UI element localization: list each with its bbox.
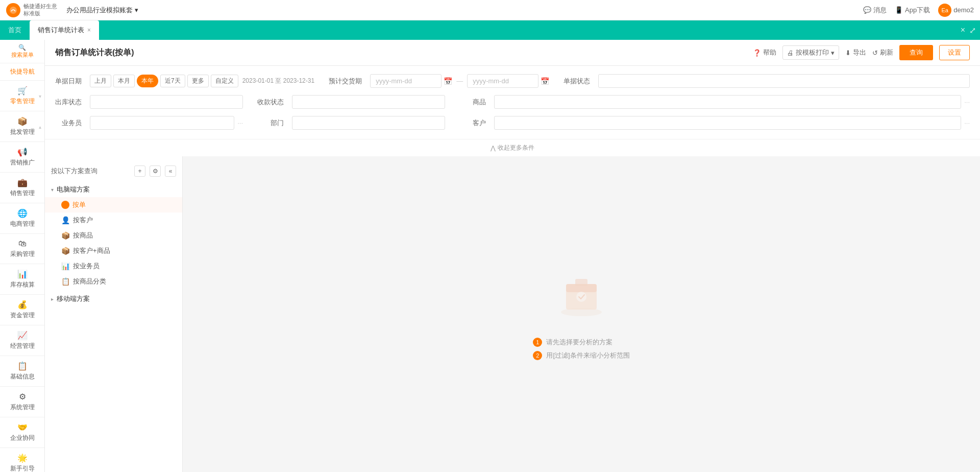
refresh-icon: ↺ <box>872 49 878 57</box>
date-btn-last-month[interactable]: 上月 <box>90 75 111 87</box>
status-select[interactable] <box>598 74 970 88</box>
settings-button[interactable]: 设置 <box>939 45 970 60</box>
header-left: 畅捷通好生意 标准版 办公用品行业模拟账套 ▾ <box>6 3 138 17</box>
scheme-collapse-button[interactable]: « <box>165 166 176 177</box>
salesperson-scheme-icon: 📊 <box>61 262 70 270</box>
sidebar-item-marketing[interactable]: 📢 营销推广 <box>0 142 44 173</box>
calendar-icon-1: 📅 <box>444 77 452 85</box>
refresh-button[interactable]: ↺ 刷新 <box>872 48 893 57</box>
forecast-date-to[interactable] <box>467 74 538 88</box>
scheme-item-by-cust-prod[interactable]: 📦 按客户+商品 <box>45 243 182 258</box>
scheme-group-mobile-header[interactable]: ▸ 移动端方案 <box>45 291 182 306</box>
date-btn-this-year[interactable]: 本年 <box>137 75 158 87</box>
date-btn-this-month[interactable]: 本月 <box>113 75 135 87</box>
customer-more-icon[interactable]: ··· <box>964 119 970 127</box>
help-button[interactable]: ❓ 帮助 <box>753 48 776 57</box>
svg-point-5 <box>576 292 586 302</box>
customer-input[interactable] <box>494 116 961 130</box>
sidebar-item-system[interactable]: ⚙ 系统管理 <box>0 387 44 417</box>
scheme-item-by-order[interactable]: 按单 <box>45 197 182 213</box>
app-selector[interactable]: 办公用品行业模拟账套 ▾ <box>66 6 138 15</box>
sidebar-quick-nav[interactable]: 快捷导航 <box>0 63 44 81</box>
sidebar-item-purchase[interactable]: 🛍 采购管理 <box>0 234 44 264</box>
status-control <box>598 74 970 88</box>
salesperson-input[interactable] <box>90 116 234 130</box>
customer-control: ··· <box>494 116 970 130</box>
tab-bar-actions: × ⤢ <box>961 26 976 35</box>
logo-icon <box>6 3 20 17</box>
sidebar-item-retail[interactable]: 🛒 零售管理 ▾ <box>0 81 44 111</box>
product-more-icon[interactable]: ··· <box>964 98 970 106</box>
product-scheme-icon: 📦 <box>61 231 70 240</box>
marketing-icon: 📢 <box>17 147 28 157</box>
status-label: 单据状态 <box>564 77 590 86</box>
date-label: 单据日期 <box>55 77 82 86</box>
app-download-button[interactable]: 📱 App下载 <box>895 6 930 15</box>
scheme-item-by-customer[interactable]: 👤 按客户 <box>45 213 182 228</box>
customer-scheme-icon: 👤 <box>61 216 70 224</box>
sidebar-item-coop[interactable]: 🤝 企业协同 <box>0 417 44 448</box>
filter-row-1: 单据日期 上月 本月 本年 近7天 更多 自定义 2023-01-01 至 20… <box>55 74 970 88</box>
payment-label: 收款状态 <box>257 98 284 107</box>
date-btn-custom[interactable]: 自定义 <box>211 75 238 87</box>
sidebar-item-basic[interactable]: 📋 基础信息 <box>0 356 44 387</box>
window-expand-icon[interactable]: ⤢ <box>969 26 976 35</box>
sidebar-item-newbie[interactable]: 🌟 新手引导 <box>0 448 44 472</box>
svg-point-0 <box>10 7 17 14</box>
print-button[interactable]: 🖨 按模板打印 ▾ <box>782 45 839 60</box>
cust-prod-scheme-icon: 📦 <box>61 247 70 255</box>
scheme-settings-button[interactable]: ⚙ <box>150 166 161 177</box>
scheme-panel-actions: + ⚙ « <box>134 166 176 177</box>
scheme-add-button[interactable]: + <box>134 166 145 177</box>
scheme-group-pc-header[interactable]: ▾ 电脑端方案 <box>45 182 182 197</box>
department-select[interactable] <box>292 116 445 130</box>
scheme-group-pc: ▾ 电脑端方案 按单 👤 按客户 📦 按商品 <box>45 182 182 289</box>
date-btn-7days[interactable]: 近7天 <box>160 75 185 87</box>
export-button[interactable]: ⬇ 导出 <box>845 48 866 57</box>
date-btn-more[interactable]: 更多 <box>187 75 209 87</box>
forecast-date-from[interactable] <box>370 74 442 88</box>
empty-tip-1: 1 请先选择要分析的方案 <box>533 338 629 347</box>
collapse-bar[interactable]: ⋀ 收起更多条件 <box>45 139 980 156</box>
sidebar-item-inventory[interactable]: 📊 库存核算 <box>0 264 44 295</box>
query-button[interactable]: 查询 <box>899 45 933 60</box>
chevron-right-icon: ▾ <box>39 93 41 99</box>
salesperson-more-icon[interactable]: ··· <box>237 119 243 127</box>
collapse-left-icon: « <box>169 168 173 175</box>
delivery-select[interactable] <box>90 95 243 109</box>
chevron-down-icon: ▾ <box>51 187 54 193</box>
purchase-icon: 🛍 <box>18 239 27 248</box>
coop-icon: 🤝 <box>17 422 28 432</box>
calendar-icon-2: 📅 <box>541 77 549 85</box>
tip-num-2: 2 <box>533 351 542 360</box>
filter-row-3: 业务员 ··· 部门 客户 ··· <box>55 116 970 130</box>
sidebar-item-ops[interactable]: 📈 经营管理 <box>0 325 44 356</box>
finance-icon: 💰 <box>17 300 28 310</box>
main-layout: 🔍 搜索菜单 快捷导航 🛒 零售管理 ▾ 📦 批发管理 ▴ 📢 营销推广 💼 销… <box>0 40 980 472</box>
message-button[interactable]: 💬 消息 <box>863 6 887 15</box>
product-input[interactable] <box>494 95 961 109</box>
tab-close-icon[interactable]: × <box>87 27 91 34</box>
svg-rect-4 <box>575 279 587 286</box>
content-inner: 按以下方案查询 + ⚙ « <box>45 156 980 472</box>
sidebar-item-finance[interactable]: 💰 资金管理 <box>0 295 44 325</box>
window-close-icon[interactable]: × <box>961 26 965 35</box>
tab-sales-stats[interactable]: 销售订单统计表 × <box>30 20 99 40</box>
page-header: 销售订单统计表(按单) ❓ 帮助 🖨 按模板打印 ▾ ⬇ 导出 ↺ 刷新 <box>45 40 980 66</box>
tab-home[interactable]: 首页 <box>0 20 30 40</box>
scheme-item-by-category[interactable]: 📋 按商品分类 <box>45 274 182 289</box>
scheme-item-by-salesperson[interactable]: 📊 按业务员 <box>45 258 182 274</box>
user-menu[interactable]: Ea demo2 <box>938 4 974 17</box>
scheme-item-by-product[interactable]: 📦 按商品 <box>45 228 182 243</box>
sidebar-search[interactable]: 🔍 搜索菜单 <box>0 40 44 63</box>
avatar: Ea <box>938 4 951 17</box>
scheme-panel-title: 按以下方案查询 <box>51 167 97 176</box>
category-scheme-icon: 📋 <box>61 277 70 286</box>
sidebar-item-sales[interactable]: 💼 销售管理 <box>0 173 44 203</box>
search-icon: 🔍 <box>18 44 26 51</box>
product-control: ··· <box>494 95 970 109</box>
help-icon: ❓ <box>753 49 761 57</box>
sidebar-item-ecom[interactable]: 🌐 电商管理 <box>0 203 44 234</box>
payment-select[interactable] <box>292 95 445 109</box>
sidebar-item-wholesale[interactable]: 📦 批发管理 ▴ <box>0 111 44 142</box>
